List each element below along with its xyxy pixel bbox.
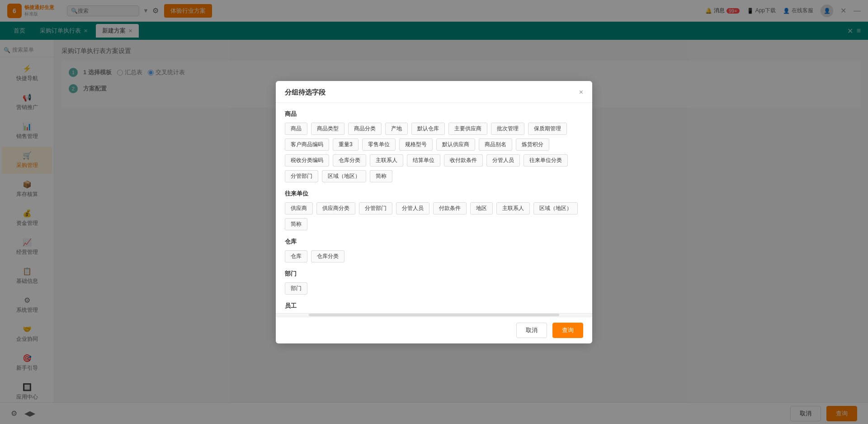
field-tag-customer-code[interactable]: 客户商品编码: [285, 138, 329, 151]
section-warehouse-title: 仓库: [285, 238, 583, 246]
field-tag-short-name-partner[interactable]: 简称: [285, 218, 307, 230]
field-tag-tax-code[interactable]: 税收分类编码: [285, 154, 329, 167]
field-tag-weight3[interactable]: 重量3: [333, 138, 359, 151]
section-dept: 部门 部门: [285, 270, 583, 295]
section-goods-title: 商品: [285, 110, 583, 118]
modal-horizontal-scrollbar[interactable]: [276, 313, 592, 317]
field-tag-origin[interactable]: 产地: [385, 123, 408, 135]
modal-overlay: 分组待选字段 × 商品 商品 商品类型 商品分类 产地 默认仓库 主要供应商 批…: [0, 0, 868, 424]
field-tag-main-supplier[interactable]: 主要供应商: [448, 123, 487, 135]
field-tag-settlement-unit[interactable]: 结算单位: [407, 154, 440, 167]
field-tag-supplier[interactable]: 供应商: [285, 202, 313, 214]
field-tag-default-warehouse[interactable]: 默认仓库: [411, 123, 445, 135]
field-tag-area-partner[interactable]: 地区: [470, 202, 493, 214]
section-warehouse: 仓库 仓库 仓库分类: [285, 238, 583, 262]
field-tag-payment-terms[interactable]: 收付款条件: [444, 154, 483, 167]
field-tag-dept-partner[interactable]: 分管部门: [359, 202, 392, 214]
section-goods: 商品 商品 商品类型 商品分类 产地 默认仓库 主要供应商 批次管理 保质期管理…: [285, 110, 583, 182]
field-tag-goods[interactable]: 商品: [285, 123, 307, 135]
field-tag-partner-category[interactable]: 往来单位分类: [524, 154, 568, 167]
field-tag-goods-category[interactable]: 商品分类: [348, 123, 382, 135]
section-dept-title: 部门: [285, 270, 583, 278]
field-tag-refine-points[interactable]: 炼货积分: [516, 138, 549, 151]
field-tag-warehouse[interactable]: 仓库: [285, 250, 307, 262]
field-tag-batch-mgmt[interactable]: 批次管理: [491, 123, 524, 135]
modal-body: 商品 商品 商品类型 商品分类 产地 默认仓库 主要供应商 批次管理 保质期管理…: [276, 103, 592, 314]
field-tag-person-partner[interactable]: 分管人员: [396, 202, 429, 214]
field-select-modal: 分组待选字段 × 商品 商品 商品类型 商品分类 产地 默认仓库 主要供应商 批…: [276, 81, 592, 343]
field-tag-spec-model[interactable]: 规格型号: [399, 138, 433, 151]
field-tag-expiry-mgmt[interactable]: 保质期管理: [528, 123, 567, 135]
field-tag-region-goods[interactable]: 区域（地区）: [322, 170, 366, 182]
section-goods-tags: 商品 商品类型 商品分类 产地 默认仓库 主要供应商 批次管理 保质期管理 客户…: [285, 123, 583, 182]
field-tag-retail-unit[interactable]: 零售单位: [362, 138, 396, 151]
field-tag-goods-alias[interactable]: 商品别名: [479, 138, 512, 151]
confirm-button[interactable]: 查询: [552, 323, 583, 338]
field-tag-warehouse-cat[interactable]: 仓库分类: [311, 250, 344, 262]
field-tag-supplier-category[interactable]: 供应商分类: [316, 202, 355, 214]
section-partner: 往来单位 供应商 供应商分类 分管部门 分管人员 付款条件 地区 主联系人 区域…: [285, 190, 583, 230]
field-tag-default-supplier[interactable]: 默认供应商: [436, 138, 475, 151]
field-tag-region-partner[interactable]: 区域（地区）: [533, 202, 578, 214]
section-employee: 员工 业务员: [285, 302, 583, 314]
field-tag-short-name-goods[interactable]: 简称: [370, 170, 392, 182]
section-partner-title: 往来单位: [285, 190, 583, 198]
modal-footer: 取消 查询: [276, 317, 592, 343]
section-partner-tags: 供应商 供应商分类 分管部门 分管人员 付款条件 地区 主联系人 区域（地区） …: [285, 202, 583, 230]
modal-title: 分组待选字段: [285, 88, 326, 97]
field-tag-main-contact[interactable]: 主联系人: [370, 154, 403, 167]
field-tag-dept[interactable]: 部门: [285, 282, 307, 295]
modal-header: 分组待选字段 ×: [276, 81, 592, 103]
section-employee-title: 员工: [285, 302, 583, 310]
modal-close-button[interactable]: ×: [579, 88, 583, 96]
modal-hscroll-thumb: [309, 314, 559, 316]
section-warehouse-tags: 仓库 仓库分类: [285, 250, 583, 262]
field-tag-payment-cond[interactable]: 付款条件: [433, 202, 467, 214]
field-tag-supervisor[interactable]: 分管人员: [486, 154, 520, 167]
cancel-button[interactable]: 取消: [516, 323, 547, 338]
field-tag-goods-type[interactable]: 商品类型: [311, 123, 344, 135]
field-tag-dept-mgmt[interactable]: 分管部门: [285, 170, 318, 182]
field-tag-contact-partner[interactable]: 主联系人: [496, 202, 530, 214]
section-dept-tags: 部门: [285, 282, 583, 295]
field-tag-warehouse-category[interactable]: 仓库分类: [333, 154, 366, 167]
